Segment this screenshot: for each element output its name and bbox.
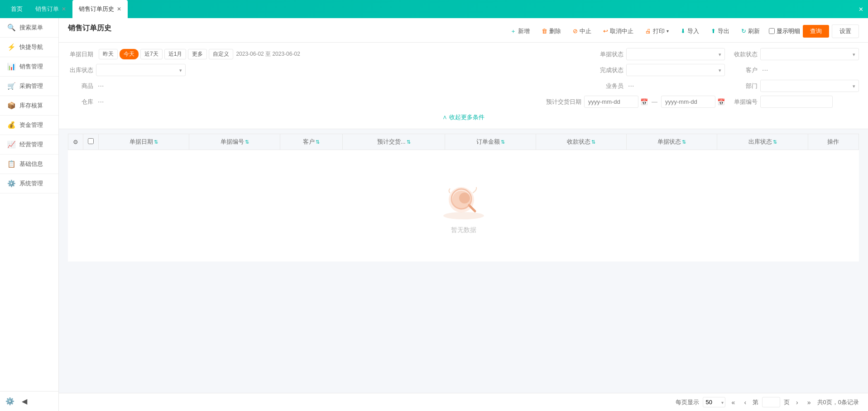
warehouse-filter-item: 仓库 ··· — [68, 96, 186, 108]
total-info: 共0页，0条记录 — [817, 398, 859, 406]
th-date-label: 单据日期 — [129, 138, 153, 146]
th-customer: 客户 ⇅ — [280, 134, 342, 150]
tab-sales-order-history[interactable]: 销售订单历史 ✕ — [72, 0, 128, 18]
dept-select[interactable] — [760, 80, 859, 92]
new-btn[interactable]: ＋ 新增 — [506, 25, 534, 37]
th-outbound-sort-icon[interactable]: ⇅ — [773, 139, 777, 145]
sidebar-item-basic-info-label: 基础信息 — [19, 160, 43, 168]
top-bar: 首页 销售订单 ✕ 销售订单历史 ✕ ✕ — [0, 0, 868, 18]
last-page-btn[interactable]: » — [805, 397, 814, 407]
outbound-filter-item: 出库状态 — [68, 64, 186, 76]
tab-sales-order[interactable]: 销售订单 ✕ — [29, 0, 72, 18]
show-detail-checkbox[interactable] — [769, 28, 775, 34]
export-btn[interactable]: ⬆ 导出 — [706, 25, 734, 37]
tab-home[interactable]: 首页 — [5, 0, 29, 18]
date-btn-last7[interactable]: 近7天 — [140, 49, 163, 59]
query-btn[interactable]: 查询 — [803, 25, 829, 38]
new-icon: ＋ — [510, 27, 516, 35]
sidebar-item-purchase-mgmt[interactable]: 🛒 采购管理 — [0, 77, 58, 96]
calendar-from-icon[interactable]: 📅 — [640, 98, 648, 106]
warehouse-ellipsis-btn[interactable]: ··· — [96, 96, 106, 108]
receipt-filter-item: 收款状态 — [732, 48, 859, 60]
sidebar-settings-btn[interactable]: ⚙️ — [4, 395, 16, 407]
th-customer-label: 客户 — [303, 138, 315, 146]
date-filter-item: 单据日期 昨天 今天 近7天 近1月 更多 自定义 2023-06-02 至 2… — [68, 49, 300, 59]
date-btn-last1m[interactable]: 近1月 — [164, 49, 187, 59]
th-amount-sort-icon[interactable]: ⇅ — [501, 139, 505, 145]
th-actions: 操作 — [808, 134, 858, 150]
date-btn-custom[interactable]: 自定义 — [209, 49, 233, 59]
settings-btn-label: 设置 — [839, 27, 851, 35]
date-separator: — — [652, 98, 657, 105]
new-label: 新增 — [518, 27, 530, 35]
date-btn-today[interactable]: 今天 — [120, 49, 139, 59]
salesman-filter-item: 业务员 ··· — [598, 80, 725, 92]
cancel-stop-btn[interactable]: ↩ 取消中止 — [599, 25, 638, 37]
settings-btn[interactable]: 设置 — [832, 24, 859, 38]
next-page-btn[interactable]: › — [793, 397, 801, 407]
window-close-icon[interactable]: ✕ — [858, 6, 863, 13]
sidebar-item-operation[interactable]: 📈 经营管理 — [0, 135, 58, 155]
show-detail-label: 显示明细 — [777, 27, 800, 35]
export-icon: ⬆ — [711, 28, 716, 34]
th-receipt-sort-icon[interactable]: ⇅ — [591, 139, 595, 145]
tab-sales-order-history-close[interactable]: ✕ — [117, 6, 121, 12]
th-actions-label: 操作 — [827, 138, 839, 145]
tab-sales-order-close[interactable]: ✕ — [62, 6, 66, 12]
sidebar-item-inventory[interactable]: 📦 库存核算 — [0, 96, 58, 116]
main-layout: 🔍 搜索菜单 ⚡ 快捷导航 📊 销售管理 🛒 采购管理 📦 库存核算 💰 资金管… — [0, 18, 868, 411]
filter-row-3: 商品 ··· 业务员 ··· 部门 — [68, 80, 859, 92]
sidebar-item-basic-info[interactable]: 📋 基础信息 — [0, 155, 58, 174]
date-btn-yesterday[interactable]: 昨天 — [99, 49, 118, 59]
complete-select[interactable] — [626, 64, 725, 76]
status-select[interactable] — [626, 48, 725, 60]
table-settings-icon[interactable]: ⚙ — [73, 139, 78, 145]
th-receipt-status: 收款状态 ⇅ — [536, 134, 626, 150]
delivery-date-from[interactable] — [584, 96, 638, 108]
delivery-date-to[interactable] — [661, 96, 715, 108]
calendar-to-icon[interactable]: 📅 — [717, 98, 725, 106]
filter-area: 单据日期 昨天 今天 近7天 近1月 更多 自定义 2023-06-02 至 2… — [59, 43, 868, 129]
page-number-input[interactable]: 1 — [762, 397, 780, 407]
sidebar-item-sales-mgmt[interactable]: 📊 销售管理 — [0, 57, 58, 77]
refresh-btn[interactable]: ↻ 刷新 — [737, 25, 764, 37]
sidebar-item-sys-mgmt[interactable]: ⚙️ 系统管理 — [0, 174, 58, 193]
th-outbound-status-label: 出库状态 — [748, 138, 772, 146]
basic-info-icon: 📋 — [7, 160, 16, 168]
sidebar-collapse-btn[interactable]: ◀ — [20, 395, 29, 407]
outbound-select[interactable] — [96, 64, 186, 76]
delete-label: 删除 — [549, 27, 561, 35]
receipt-select[interactable] — [760, 48, 859, 60]
print-btn[interactable]: 🖨 打印 ▾ — [641, 25, 673, 37]
more-conditions-btn[interactable]: ∧ 收起更多条件 — [442, 113, 484, 121]
salesman-ellipsis-btn[interactable]: ··· — [626, 80, 636, 92]
sidebar-item-search-menu[interactable]: 🔍 搜索菜单 — [0, 18, 58, 38]
prev-page-btn[interactable]: ‹ — [741, 397, 749, 407]
product-ellipsis-btn[interactable]: ··· — [96, 80, 106, 92]
delete-btn[interactable]: 🗑 删除 — [537, 25, 566, 37]
th-customer-sort-icon[interactable]: ⇅ — [316, 139, 320, 145]
sidebar-item-finance[interactable]: 💰 资金管理 — [0, 116, 58, 135]
first-page-btn[interactable]: « — [729, 397, 738, 407]
per-page-select[interactable]: 10 20 50 100 — [703, 397, 725, 407]
sidebar-item-finance-label: 资金管理 — [19, 121, 43, 129]
th-settings: ⚙ — [68, 134, 83, 150]
date-btn-more[interactable]: 更多 — [188, 49, 207, 59]
import-btn[interactable]: ⬇ 导入 — [676, 25, 704, 37]
svg-point-0 — [443, 212, 484, 219]
order-num-input[interactable] — [760, 96, 833, 108]
th-date-sort-icon[interactable]: ⇅ — [154, 139, 158, 145]
th-doc-sort-icon[interactable]: ⇅ — [682, 139, 686, 145]
delivery-date-filter-item: 预计交货日期 📅 — 📅 — [546, 96, 725, 108]
th-doc-status: 单据状态 ⇅ — [627, 134, 717, 150]
customer-ellipsis-btn[interactable]: ··· — [760, 64, 770, 76]
th-delivery-sort-icon[interactable]: ⇅ — [407, 139, 411, 145]
select-all-checkbox[interactable] — [88, 138, 94, 144]
sidebar-item-search-menu-label: 搜索菜单 — [19, 24, 43, 32]
th-number-sort-icon[interactable]: ⇅ — [245, 139, 249, 145]
sidebar-item-quick-nav[interactable]: ⚡ 快捷导航 — [0, 38, 58, 57]
export-label: 导出 — [718, 27, 729, 35]
stop-icon: ⊘ — [573, 28, 578, 34]
purchase-mgmt-icon: 🛒 — [7, 82, 16, 90]
stop-btn[interactable]: ⊘ 中止 — [568, 25, 596, 37]
